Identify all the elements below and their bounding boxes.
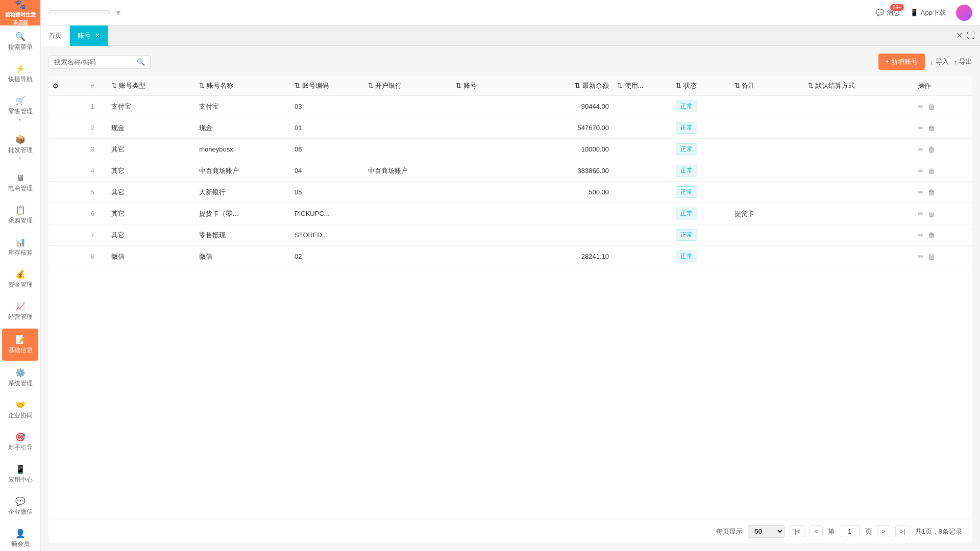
cell-status: 正常 [672,139,730,160]
cell-code: 06 [290,139,364,160]
cell-action: ✏ 🗑 [914,96,972,117]
delete-icon[interactable]: 🗑 [928,167,935,175]
edit-icon[interactable]: ✏ [918,231,924,239]
cell-bank [364,246,452,267]
table-header-row: ⚙ # ⇅ 账号类型 ⇅ 账号名称 ⇅ 账号编码 ⇅ 开 [48,76,972,96]
cell-name: 微信 [195,246,290,267]
sidebar-item-finance-mgmt[interactable]: 💰 资金管理 [0,263,40,295]
table-row: 7 其它 零售抵现 STORED... 正常 ✏ 🗑 [48,224,972,246]
edit-icon[interactable]: ✏ [918,210,924,218]
delete-icon[interactable]: 🗑 [928,103,935,111]
table-row: 6 其它 提货卡（零… PICKUPC... 正常 提货卡 ✏ 🗑 [48,203,972,224]
edit-icon[interactable]: ✏ [918,103,924,111]
sidebar-item-new-guide[interactable]: 🎯 新手引导 [0,426,40,458]
search-input[interactable] [54,58,134,66]
user-avatar[interactable] [956,5,972,21]
delete-icon[interactable]: 🗑 [928,124,935,132]
cell-account [452,246,525,267]
cell-name: 大新银行 [195,182,290,203]
top-header: ▼ 💬 消息 99+ 📱 App下载 [41,0,980,26]
cell-settlement [804,117,914,139]
th-remark[interactable]: ⇅ 备注 [730,76,804,96]
th-type[interactable]: ⇅ 账号类型 [107,76,195,96]
th-settlement[interactable]: ⇅ 默认结算方式 [804,76,914,96]
edit-icon[interactable]: ✏ [918,167,924,175]
sidebar-item-operation-mgmt[interactable]: 📈 经营管理 [0,295,40,328]
th-name[interactable]: ⇅ 账号名称 [195,76,290,96]
sidebar-item-app-center[interactable]: 📱 应用中心 [0,458,40,490]
sidebar-item-member[interactable]: 👤 畅会员 [0,522,40,551]
edit-icon[interactable]: ✏ [918,145,924,154]
prev-page-button[interactable]: < [810,525,823,537]
cell-settings [48,96,78,117]
delete-icon[interactable]: 🗑 [928,145,935,154]
app-download-button[interactable]: 📱 App下载 [910,8,946,17]
cell-code: STORED... [290,224,364,246]
delete-icon[interactable]: 🗑 [928,231,935,239]
delete-icon[interactable]: 🗑 [928,253,935,261]
th-action: 操作 [914,76,972,96]
cell-use [613,160,672,182]
sidebar-item-ecommerce-mgmt[interactable]: 🖥 电商管理 [0,167,40,199]
cell-num: 5 [78,182,107,203]
status-badge: 正常 [676,143,697,155]
edit-icon[interactable]: ✏ [918,253,924,261]
th-balance[interactable]: ⇅ 最新余额 [525,76,613,96]
message-button[interactable]: 💬 消息 99+ [876,8,900,17]
sidebar-item-retail-mgmt[interactable]: 🛒 零售管理 ▼ [0,90,40,129]
status-badge: 正常 [676,251,697,262]
sidebar-item-quick-nav[interactable]: ⚡ 快捷导航 [0,58,40,90]
sidebar-item-enterprise-agreement[interactable]: 🤝 企业协同 [0,394,40,426]
edit-icon[interactable]: ✏ [918,124,924,132]
tab-home[interactable]: 首页 [41,26,70,46]
cell-bank [364,203,452,224]
new-guide-icon: 🎯 [15,432,26,442]
th-use[interactable]: ⇅ 使用... [613,76,672,96]
cell-bank [364,96,452,117]
export-button[interactable]: ↑ 导出 [954,54,973,70]
message-badge: 99+ [890,4,904,11]
tab-close-icon[interactable]: ✕ [95,32,100,39]
sidebar-item-basic-info[interactable]: 📝 基础信息 [2,329,38,361]
import-button[interactable]: ↓ 导入 [930,54,949,70]
export-icon: ↑ [954,58,958,66]
th-code[interactable]: ⇅ 账号编码 [290,76,364,96]
delete-icon[interactable]: 🗑 [928,210,935,218]
tab-close-button[interactable]: ✕ [956,31,963,40]
last-page-button[interactable]: >| [895,525,910,537]
tab-account-label: 账号 [78,31,91,40]
cell-num: 2 [78,117,107,139]
sidebar-item-purchase-mgmt[interactable]: 📋 采购管理 [0,199,40,231]
sidebar-item-wholesale-mgmt[interactable]: 📦 批发管理 ▼ [0,129,40,167]
cell-type: 现金 [107,117,195,139]
sidebar-item-inventory[interactable]: 📊 库存核算 [0,231,40,263]
per-page-select[interactable]: 50 20 100 [748,525,785,538]
sidebar-item-search-menu[interactable]: 🔍 搜索菜单 [0,26,40,58]
search-icon: 🔍 [137,58,145,66]
delete-icon[interactable]: 🗑 [928,188,935,196]
cell-num: 7 [78,224,107,246]
next-page-button[interactable]: > [877,525,890,537]
cell-type: 其它 [107,203,195,224]
edit-icon[interactable]: ✏ [918,188,924,196]
add-account-button[interactable]: + 新增账号 [878,54,925,70]
dropdown-arrow-icon[interactable]: ▼ [115,9,122,17]
tab-account[interactable]: 账号 ✕ [70,26,108,46]
th-settings[interactable]: ⚙ [48,76,78,96]
cell-remark [730,117,804,139]
table-row: 5 其它 大新银行 05 500.00 正常 ✏ 🗑 [48,182,972,203]
account-table-container: ⚙ # ⇅ 账号类型 ⇅ 账号名称 ⇅ 账号编码 ⇅ 开 [48,76,972,519]
th-account[interactable]: ⇅ 账号 [452,76,525,96]
th-status[interactable]: ⇅ 状态 [672,76,730,96]
first-page-button[interactable]: |< [790,525,804,537]
app-center-icon: 📱 [15,464,26,474]
cell-status: 正常 [672,160,730,182]
tab-maximize-button[interactable]: ⛶ [967,31,975,40]
cell-settings [48,139,78,160]
sidebar-item-label: 资金管理 [8,281,33,289]
th-bank[interactable]: ⇅ 开户银行 [364,76,452,96]
table-row: 2 现金 现金 01 547670.00 正常 ✏ 🗑 [48,117,972,139]
sidebar-item-enterprise-wechat[interactable]: 💬 企业微信 [0,490,40,522]
page-input[interactable] [840,525,860,537]
sidebar-item-system-mgmt[interactable]: ⚙️ 系统管理 [0,362,40,394]
